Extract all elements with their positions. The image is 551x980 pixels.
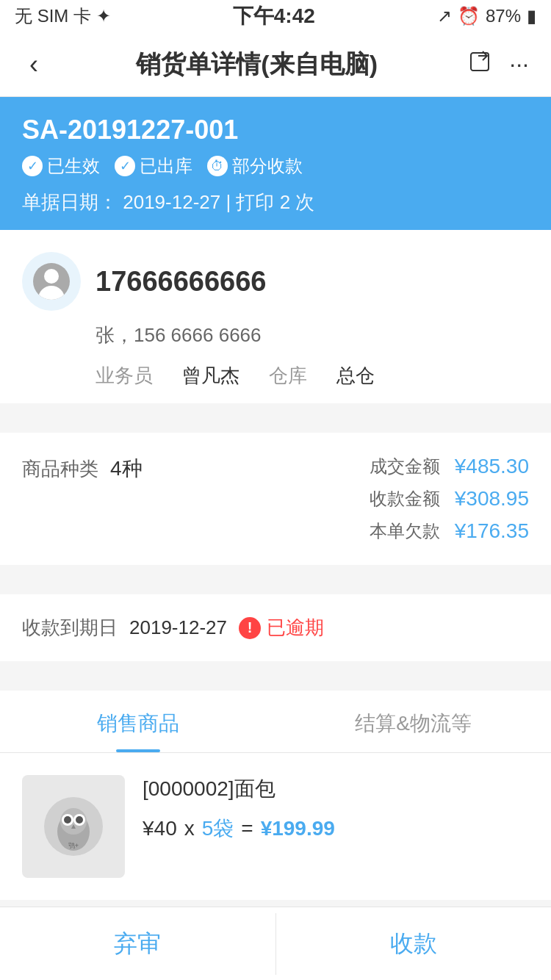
avatar xyxy=(22,252,81,311)
avatar-icon xyxy=(33,263,70,300)
customer-section: 17666666666 张，156 6666 6666 业务员 曾凡杰 仓库 总… xyxy=(0,230,551,403)
status-left: 无 SIM 卡 ✦ xyxy=(15,4,111,28)
bottom-bar: 弃审 收款 xyxy=(0,907,551,980)
page-title: 销货单详情(来自电脑) xyxy=(136,48,378,82)
check-icon-2: ✓ xyxy=(115,156,135,176)
deal-amount-value: ¥485.30 xyxy=(455,455,529,478)
nav-bar: ‹ 销货单详情(来自电脑) ··· xyxy=(0,32,551,97)
type-label: 商品种类 xyxy=(22,456,98,482)
sales-label: 业务员 xyxy=(96,363,153,389)
order-date: 单据日期： 2019-12-27 | 打印 2 次 xyxy=(22,190,529,215)
customer-meta: 业务员 曾凡杰 仓库 总仓 xyxy=(22,363,529,389)
customer-id: 17666666666 xyxy=(96,266,266,298)
overdue-icon: ! xyxy=(239,617,261,639)
product-types: 商品种类 4种 xyxy=(22,455,143,483)
battery-level: 87% xyxy=(486,6,521,26)
product-info-1: [0000002]面包 ¥40 x 5袋 = ¥199.99 xyxy=(143,775,529,843)
received-amount-value: ¥308.95 xyxy=(455,487,529,511)
svg-point-7 xyxy=(76,816,83,824)
type-value: 4种 xyxy=(110,455,143,483)
due-date-value: 2019-12-27 xyxy=(129,616,227,639)
alarm-icon: ⏰ xyxy=(458,6,480,26)
debt-amount-row: 本单欠款 ¥176.35 xyxy=(370,519,529,543)
status-right: ↗ ⏰ 87% ▮ xyxy=(437,6,536,26)
svg-text:鸮+: 鸮+ xyxy=(68,842,79,849)
overdue-text: 已逾期 xyxy=(267,615,324,641)
badge-activated: ✓ 已生效 xyxy=(22,154,100,178)
due-label: 收款到期日 xyxy=(22,615,118,641)
deal-amount-row: 成交金额 ¥485.30 xyxy=(370,455,529,478)
overdue-badge: ! 已逾期 xyxy=(239,615,324,641)
debt-value: ¥176.35 xyxy=(455,519,529,543)
deal-amount-label: 成交金额 xyxy=(370,455,440,478)
received-amount-label: 收款金额 xyxy=(370,487,440,511)
product-item: 鸮+ [0000002]面包 ¥40 x 5袋 = ¥199.99 xyxy=(0,753,551,900)
warehouse-label: 仓库 xyxy=(269,363,307,389)
summary-section: 商品种类 4种 成交金额 ¥485.30 收款金额 ¥308.95 本单欠款 ¥… xyxy=(0,433,551,565)
badge-shipped: ✓ 已出库 xyxy=(115,154,192,178)
product-price-1: ¥40 x 5袋 = ¥199.99 xyxy=(143,815,529,843)
order-header: SA-20191227-001 ✓ 已生效 ✓ 已出库 ⏱ 部分收款 单据日期：… xyxy=(0,97,551,230)
clock-icon: ⏱ xyxy=(207,156,228,176)
nav-actions: ··· xyxy=(468,50,529,79)
total-1: ¥199.99 xyxy=(261,817,335,840)
customer-row: 17666666666 xyxy=(22,252,529,311)
due-date-section: 收款到期日 2019-12-27 ! 已逾期 xyxy=(0,594,551,661)
owl-icon: 鸮+ xyxy=(40,793,107,860)
sales-name: 曾凡杰 xyxy=(182,363,240,389)
multiply-sign-1: x xyxy=(184,817,195,840)
check-icon-1: ✓ xyxy=(22,156,43,176)
sim-status: 无 SIM 卡 ✦ xyxy=(15,4,111,28)
order-number: SA-20191227-001 xyxy=(22,115,529,145)
debt-label: 本单欠款 xyxy=(370,519,440,543)
qty-1: 5袋 xyxy=(202,815,234,843)
warehouse-name: 总仓 xyxy=(336,363,375,389)
tab-settlement[interactable]: 结算&物流等 xyxy=(276,691,551,752)
product-name-1: [0000002]面包 xyxy=(143,775,529,803)
battery-icon: ▮ xyxy=(527,6,536,26)
order-badges: ✓ 已生效 ✓ 已出库 ⏱ 部分收款 xyxy=(22,154,529,178)
amounts: 成交金额 ¥485.30 收款金额 ¥308.95 本单欠款 ¥176.35 xyxy=(370,455,529,543)
status-time: 下午4:42 xyxy=(233,2,315,30)
product-thumbnail-1: 鸮+ xyxy=(22,775,125,878)
location-icon: ↗ xyxy=(437,6,452,26)
abandon-review-button[interactable]: 弃审 xyxy=(0,913,276,975)
collect-payment-button[interactable]: 收款 xyxy=(276,913,552,975)
customer-contact: 张，156 6666 6666 xyxy=(22,323,529,348)
more-icon[interactable]: ··· xyxy=(509,51,529,78)
svg-point-5 xyxy=(64,816,71,824)
back-button[interactable]: ‹ xyxy=(22,42,46,87)
status-bar: 无 SIM 卡 ✦ 下午4:42 ↗ ⏰ 87% ▮ xyxy=(0,0,551,32)
tab-sales-products[interactable]: 销售商品 xyxy=(0,691,276,752)
badge-partial-payment: ⏱ 部分收款 xyxy=(207,154,303,178)
tabs: 销售商品 结算&物流等 xyxy=(0,691,551,753)
received-amount-row: 收款金额 ¥308.95 xyxy=(370,487,529,511)
equals-sign-1: = xyxy=(241,817,253,840)
price-base-1: ¥40 xyxy=(143,817,177,840)
share-icon[interactable] xyxy=(468,50,491,79)
summary-grid: 商品种类 4种 成交金额 ¥485.30 收款金额 ¥308.95 本单欠款 ¥… xyxy=(22,455,529,543)
